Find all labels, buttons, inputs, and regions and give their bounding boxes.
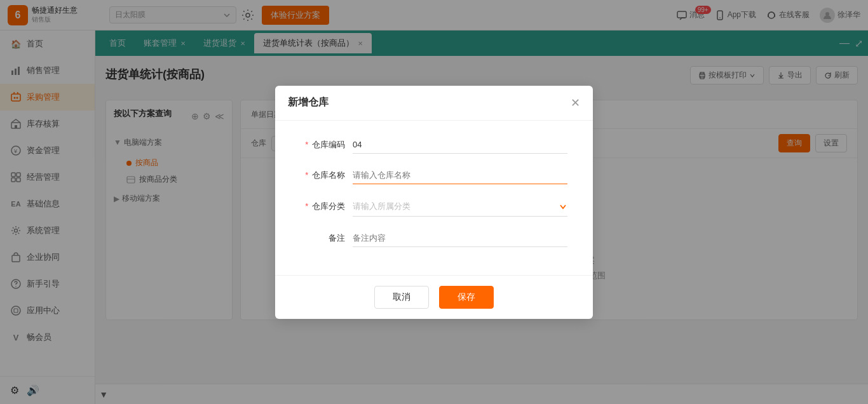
modal-body: * 仓库编码 * 仓库名称 * 仓库分类 请输入所属 xyxy=(275,121,593,275)
remark-input[interactable] xyxy=(353,229,567,247)
remark-field: 备注 xyxy=(301,229,567,247)
warehouse-name-field: * 仓库名称 xyxy=(301,166,567,184)
select-dropdown-icon xyxy=(559,202,567,211)
warehouse-name-input[interactable] xyxy=(353,166,567,184)
warehouse-category-field: * 仓库分类 请输入所属分类 xyxy=(301,197,567,217)
required-star-1: * xyxy=(305,140,308,149)
modal-overlay: 新增仓库 ✕ * 仓库编码 * 仓库名称 xyxy=(0,0,868,404)
modal-close-icon[interactable]: ✕ xyxy=(571,96,580,110)
cancel-button[interactable]: 取消 xyxy=(374,286,429,309)
warehouse-code-input[interactable] xyxy=(353,136,567,154)
save-button[interactable]: 保存 xyxy=(439,286,494,309)
modal-footer: 取消 保存 xyxy=(275,275,593,319)
warehouse-category-label: * 仓库分类 xyxy=(301,201,345,212)
required-star-2: * xyxy=(305,170,308,180)
warehouse-code-field: * 仓库编码 xyxy=(301,136,567,154)
warehouse-code-label: * 仓库编码 xyxy=(301,139,345,151)
required-star-3: * xyxy=(305,201,308,211)
add-warehouse-modal: 新增仓库 ✕ * 仓库编码 * 仓库名称 xyxy=(275,86,593,319)
modal-header: 新增仓库 ✕ xyxy=(275,86,593,121)
modal-title: 新增仓库 xyxy=(288,96,329,109)
warehouse-category-placeholder: 请输入所属分类 xyxy=(353,201,410,212)
remark-label: 备注 xyxy=(301,232,345,244)
warehouse-category-select[interactable]: 请输入所属分类 xyxy=(353,197,567,217)
warehouse-name-label: * 仓库名称 xyxy=(301,170,345,181)
